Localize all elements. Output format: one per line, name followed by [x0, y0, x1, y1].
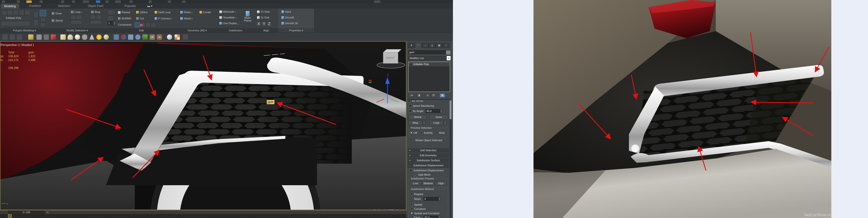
configure-modifier-sets-icon[interactable]: ▦ — [439, 93, 445, 98]
preset-low-button[interactable]: Low — [409, 181, 422, 185]
constrain-edge-icon[interactable] — [140, 23, 145, 27]
modifier-stack[interactable]: +Editable Poly — [408, 62, 450, 92]
ignore-backfacing-checkbox[interactable]: Ignore Backfacing — [409, 104, 434, 107]
subdivision-displacement-checkbox[interactable]: Subdivision Displacement — [409, 169, 443, 172]
array-icon[interactable] — [183, 34, 188, 40]
ring-button[interactable]: Ring — [91, 10, 100, 13]
large-sphere-icon[interactable] — [167, 34, 172, 40]
layer-icon[interactable] — [168, 0, 171, 3]
modifier-list-arrow-icon[interactable]: ∨ — [447, 56, 451, 60]
qslice-button[interactable]: QSlice — [136, 11, 148, 14]
lasso-select-icon[interactable] — [17, 0, 20, 3]
preview-off-radio[interactable]: Off — [410, 132, 417, 134]
make-unique-icon[interactable]: ∨ — [425, 93, 430, 98]
cut-button[interactable]: Cut — [136, 17, 144, 20]
method-curvature-radio[interactable]: Curvature — [410, 208, 426, 210]
method-regular-radio[interactable]: Regular — [410, 193, 424, 195]
camera-alt-icon[interactable] — [44, 34, 49, 40]
select-icon[interactable] — [2, 0, 5, 3]
track-bar[interactable] — [0, 214, 406, 218]
pin-stack-icon[interactable]: -¤ — [409, 93, 414, 98]
tab-populate[interactable]: Populate — [121, 3, 139, 9]
hf-icon[interactable]: HF — [150, 34, 155, 40]
constrain-normal-icon[interactable] — [151, 23, 156, 27]
remove-modifier-icon[interactable]: ʘ — [431, 93, 436, 98]
sphere-light-icon[interactable] — [75, 34, 80, 40]
edge-field[interactable]: 20.0 — [424, 216, 439, 218]
loop-grow-icon[interactable] — [70, 15, 76, 20]
loop-button[interactable]: Loop ▾ — [71, 10, 82, 13]
rollout-edit-geometry[interactable]: +Edit Geometry — [408, 153, 448, 157]
border-mode-icon[interactable] — [13, 10, 19, 15]
render-icon[interactable] — [374, 0, 380, 3]
section-label[interactable]: Geometry (All) ▾ — [178, 28, 217, 33]
preset-medium-button[interactable]: Medium — [422, 181, 434, 185]
show-end-result-icon[interactable]: ▮ — [416, 93, 422, 98]
section-label[interactable]: Align — [254, 28, 278, 33]
constrain-face-icon[interactable] — [145, 23, 151, 27]
section-label[interactable]: Properties ▾ — [278, 28, 314, 33]
attach-button[interactable]: Attach ▾ — [180, 17, 193, 20]
video-camera-icon[interactable] — [51, 34, 56, 40]
ring-grow-icon[interactable] — [90, 15, 96, 20]
frame-counter[interactable]: 0 / 100 — [8, 211, 44, 214]
subobject-icons[interactable] — [1, 21, 30, 26]
mirror-icon[interactable] — [149, 0, 152, 3]
tweak-icon[interactable] — [107, 15, 114, 21]
tab-modeling[interactable]: Modeling — [0, 3, 20, 9]
cone-icon[interactable] — [89, 34, 94, 40]
rotate-icon[interactable] — [105, 0, 108, 3]
use-displacement-button[interactable]: Use Displac... — [219, 22, 239, 25]
camera-icon[interactable] — [36, 34, 42, 40]
stack-down-icon[interactable] — [34, 19, 38, 26]
viewport[interactable]: Z RIGHT y — [0, 41, 406, 210]
align-z-button[interactable]: Z — [267, 22, 272, 26]
steps-spinner[interactable]: ▲▼ — [438, 197, 441, 201]
ring-shrink-icon[interactable] — [96, 15, 102, 20]
window-crossing-icon[interactable] — [83, 0, 89, 3]
hard-button[interactable]: Hard — [281, 10, 291, 13]
repeat-button[interactable]: ↻Repeat — [118, 11, 130, 14]
checker-icon[interactable] — [175, 34, 180, 40]
next-frame-button[interactable]: > — [45, 211, 50, 214]
tab-object-paint[interactable]: Object Paint — [84, 3, 107, 9]
nurms-button[interactable]: NURMS — [118, 17, 131, 20]
show-end-result-icon[interactable] — [40, 10, 46, 16]
teapot-icon[interactable] — [82, 34, 87, 40]
select-object-icon[interactable] — [61, 0, 64, 3]
preserve-uvs-icon[interactable] — [107, 10, 114, 15]
ribbon-toggle-icon[interactable] — [17, 34, 22, 40]
viewport-label[interactable]: [ Perspective ] [ Shaded ] — [0, 43, 53, 46]
snap-icon[interactable] — [129, 0, 133, 3]
grow-button[interactable]: Grow — [429, 115, 448, 119]
ring-tools-icon[interactable] — [90, 20, 102, 25]
section-label[interactable]: Edit — [105, 28, 178, 33]
sun-icon[interactable] — [96, 34, 102, 40]
pyramid-graph-icon[interactable] — [128, 34, 133, 40]
preserve-uvs-dropdown[interactable]: ▾ — [114, 11, 115, 14]
msmooth-button[interactable]: MSmooth ▾ — [219, 10, 236, 13]
section-label[interactable]: Subdivision — [217, 28, 254, 33]
element-mode-icon[interactable] — [25, 10, 30, 15]
bind-icon[interactable] — [39, 0, 43, 3]
select-region-icon[interactable] — [72, 0, 75, 3]
tessellate-button[interactable]: Tessellate ▾ — [219, 16, 237, 19]
link-icon[interactable] — [26, 0, 32, 3]
tab-create-icon[interactable]: ✷ — [408, 43, 415, 48]
section-label[interactable]: Modify Selection ▾ — [49, 28, 105, 33]
flower-icon[interactable] — [135, 34, 141, 40]
panel-scrollbar-thumb[interactable] — [450, 101, 452, 119]
create-button[interactable]: Create — [199, 11, 211, 14]
ring-button[interactable]: Ring — [408, 120, 422, 125]
grass-icon[interactable] — [143, 34, 148, 40]
object-color-swatch[interactable] — [446, 50, 451, 55]
split-mesh-checkbox[interactable]: ✓Split Mesh — [414, 173, 430, 177]
make-planar-button[interactable]: MakePlanar — [244, 11, 251, 22]
p-connect-button[interactable]: P Connect ▾ — [155, 17, 172, 20]
loop-spinner[interactable]: ▲▼ — [444, 121, 446, 125]
next-modifier-icon[interactable] — [40, 23, 45, 27]
by-angle-spinner[interactable]: ▲▼ — [440, 109, 443, 113]
shrink-button[interactable]: Shrink — [52, 19, 63, 22]
preset-high-button[interactable]: High — [435, 181, 447, 185]
time-slider[interactable] — [8, 214, 12, 218]
